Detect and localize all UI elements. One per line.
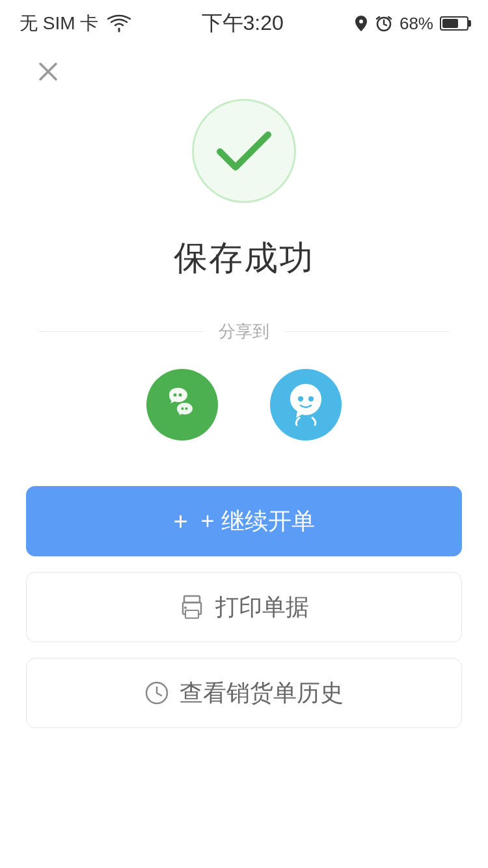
history-button[interactable]: 查看销货单历史 xyxy=(26,658,462,728)
battery-percent: 68% xyxy=(400,14,433,34)
plus-icon: + xyxy=(173,509,187,534)
history-label: 查看销货单历史 xyxy=(180,677,344,709)
svg-rect-12 xyxy=(185,610,198,618)
svg-rect-10 xyxy=(184,596,200,603)
printer-icon xyxy=(179,595,205,619)
close-icon xyxy=(35,59,61,85)
svg-point-13 xyxy=(184,606,187,609)
main-content: 保存成功 分享到 xyxy=(0,47,488,728)
print-label: 打印单据 xyxy=(215,591,309,623)
share-section: 分享到 xyxy=(0,320,488,441)
sim-text: 无 SIM 卡 xyxy=(20,11,98,36)
continue-label: + 继续开单 xyxy=(201,506,315,537)
status-right: 68% xyxy=(354,14,468,34)
share-icons-row xyxy=(146,369,342,441)
svg-point-6 xyxy=(182,407,184,410)
clock-icon xyxy=(144,681,169,705)
location-icon xyxy=(354,14,368,33)
close-button[interactable] xyxy=(29,52,68,91)
svg-point-4 xyxy=(174,394,177,397)
divider-row: 分享到 xyxy=(0,320,488,343)
svg-point-9 xyxy=(308,396,314,401)
status-bar: 无 SIM 卡 下午3:20 68% xyxy=(0,0,488,47)
wechat-icon xyxy=(160,385,204,424)
qq-share-button[interactable] xyxy=(270,369,342,441)
status-time: 下午3:20 xyxy=(202,9,284,38)
check-icon xyxy=(215,128,273,174)
print-button[interactable]: 打印单据 xyxy=(26,572,462,642)
svg-point-8 xyxy=(298,396,303,401)
battery xyxy=(440,16,468,31)
success-circle xyxy=(192,99,296,203)
buttons-section: + + 继续开单 打印单据 查看销货单历史 xyxy=(0,486,488,728)
divider-right xyxy=(285,331,449,332)
wifi-icon xyxy=(107,14,131,33)
svg-point-7 xyxy=(185,407,188,410)
continue-button[interactable]: + + 继续开单 xyxy=(26,486,462,556)
svg-point-5 xyxy=(179,394,182,397)
share-label: 分享到 xyxy=(203,320,285,343)
divider-left xyxy=(39,331,203,332)
alarm-icon xyxy=(375,14,393,33)
success-title: 保存成功 xyxy=(174,236,314,281)
status-left: 无 SIM 卡 xyxy=(20,11,131,36)
wechat-share-button[interactable] xyxy=(146,369,218,441)
qq-icon xyxy=(285,381,327,429)
